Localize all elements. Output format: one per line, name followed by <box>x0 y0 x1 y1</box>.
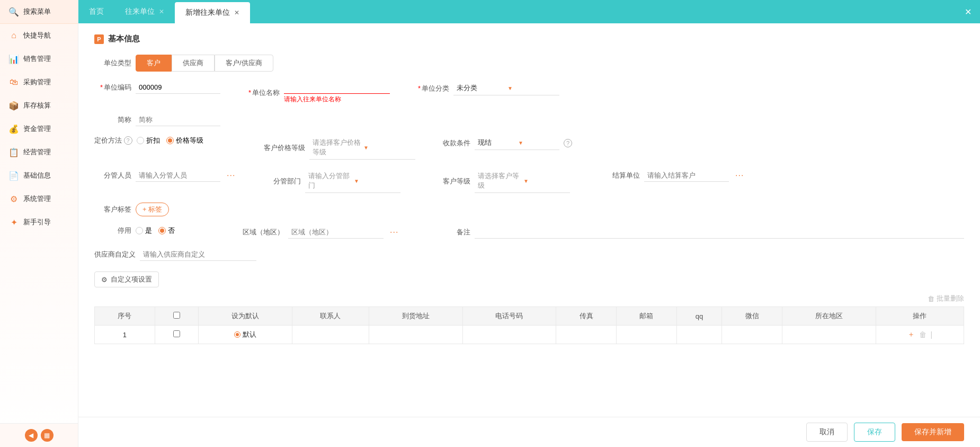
dept-label: 分管部门 <box>264 177 301 186</box>
sidebar-item-sales[interactable]: 📊 销售管理 <box>0 47 78 71</box>
unit-code-name-row: *单位编码 *单位名称 请输入往来单位名称 *单位分类 <box>94 81 964 104</box>
unit-category-field: *单位分类 未分类 ▼ <box>412 81 964 95</box>
save-button[interactable]: 保存 <box>854 423 895 442</box>
unit-name-input[interactable] <box>284 81 390 94</box>
supplier-custom-input[interactable] <box>140 248 256 261</box>
sidebar-item-basic-info[interactable]: 📄 基础信息 <box>0 164 78 187</box>
section-title: P 基本信息 <box>94 34 964 44</box>
manager-more-btn[interactable]: ··· <box>225 171 237 180</box>
pricing-help-icon[interactable]: ? <box>124 136 132 145</box>
customize-btn[interactable]: ⚙ 自定义项设置 <box>94 271 159 287</box>
pricing-method-field: 定价方法 ? 折扣 价格等级 <box>94 136 264 145</box>
basic-info-icon: 📄 <box>8 170 19 181</box>
disabled-row: 停用 是 否 区域（地区） <box>94 226 964 239</box>
customer-price-level-select[interactable]: 请选择客户价格等级 ▼ <box>309 136 415 160</box>
delete-row-btn[interactable]: 🗑 <box>919 330 926 339</box>
pricing-radio-group: 折扣 价格等级 <box>137 136 203 145</box>
customer-level-arrow: ▼ <box>523 178 567 184</box>
pricing-radio-discount[interactable]: 折扣 <box>137 136 160 145</box>
sidebar-item-quick-nav[interactable]: ⌂ 快捷导航 <box>0 24 78 47</box>
type-btn-both[interactable]: 客户/供应商 <box>215 55 273 72</box>
tab-bar: 首页 往来单位 ✕ 新增往来单位 ✕ ✕ <box>78 0 980 23</box>
pricing-radio-level[interactable]: 价格等级 <box>166 136 203 145</box>
type-btn-supplier[interactable]: 供应商 <box>172 55 215 72</box>
type-btn-customer[interactable]: 客户 <box>136 55 172 72</box>
settlement-unit-input[interactable] <box>644 169 729 182</box>
unit-name-wrap: 请输入往来单位名称 <box>284 81 390 104</box>
customer-level-select[interactable]: 请选择客户等级 ▼ <box>475 169 570 193</box>
payment-terms-label: 收款条件 <box>433 138 470 148</box>
tab-new-partner-close[interactable]: ✕ <box>234 9 239 16</box>
sidebar-item-search[interactable]: 🔍 搜索菜单 <box>0 0 78 24</box>
short-name-field: 简称 <box>94 113 243 126</box>
cancel-button[interactable]: 取消 <box>806 423 848 442</box>
tab-partners[interactable]: 往来单位 ✕ <box>114 0 175 23</box>
unit-type-field: 单位类型 客户 供应商 客户/供应商 <box>94 55 273 72</box>
unit-code-label: *单位编码 <box>94 83 131 92</box>
manager-row: 分管人员 ··· 分管部门 请输入分管部门 ▼ 客户等级 请选择客户等级 ▼ <box>94 169 964 193</box>
customer-price-level-label: 客户价格等级 <box>264 143 305 153</box>
sidebar-item-guide[interactable]: ✦ 新手引导 <box>0 211 78 234</box>
cell-action: ＋ 🗑 | <box>876 326 964 344</box>
sidebar-footer-btn[interactable]: ◀ <box>25 429 38 442</box>
remark-input[interactable] <box>475 226 964 239</box>
supplier-custom-label: 供应商自定义 <box>94 250 136 259</box>
region-input[interactable] <box>288 226 384 239</box>
settlement-unit-field: 结算单位 ··· <box>603 169 964 182</box>
cell-fax <box>556 326 617 344</box>
payment-terms-select[interactable]: 现结 ▼ <box>475 136 559 150</box>
manager-input[interactable] <box>136 169 220 182</box>
table-section: ⚙ 自定义项设置 🗑 批量删除 序号 设为默认 联系人 到货地址 电话号码 传真 <box>94 271 964 344</box>
contacts-table: 序号 设为默认 联系人 到货地址 电话号码 传真 邮箱 qq 微信 所在地区 操… <box>94 306 964 344</box>
tag-add-btn[interactable]: + 标签 <box>136 203 169 216</box>
unit-category-label: *单位分类 <box>412 84 449 93</box>
region-label: 区域（地区） <box>243 227 284 237</box>
dept-arrow: ▼ <box>354 178 397 184</box>
finance-icon: 💰 <box>8 124 19 134</box>
disabled-radio-no[interactable]: 否 <box>158 226 175 235</box>
batch-delete-label[interactable]: 批量删除 <box>937 294 964 303</box>
sidebar-item-operations[interactable]: 📋 经营管理 <box>0 141 78 164</box>
short-name-row: 简称 <box>94 113 964 126</box>
pricing-method-label: 定价方法 ? <box>94 136 132 145</box>
col-region: 所在地区 <box>782 307 876 326</box>
col-seq: 序号 <box>95 307 155 326</box>
customer-tag-label: 客户标签 <box>94 205 131 214</box>
sidebar-item-system[interactable]: ⚙ 系统管理 <box>0 187 78 211</box>
save-new-button[interactable]: 保存并新增 <box>902 423 964 441</box>
add-row-btn[interactable]: ＋ <box>907 330 915 339</box>
short-name-input[interactable] <box>136 113 220 126</box>
row-checkbox[interactable] <box>173 330 180 337</box>
disabled-radio-yes[interactable]: 是 <box>136 226 152 235</box>
content-area: P 基本信息 单位类型 客户 供应商 客户/供应商 *单位编码 <box>78 23 980 417</box>
tab-partners-close[interactable]: ✕ <box>159 8 164 15</box>
payment-terms-field: 收款条件 现结 ▼ ? <box>433 136 964 150</box>
unit-name-label: *单位名称 <box>243 88 280 98</box>
select-all-checkbox[interactable] <box>173 312 180 319</box>
disabled-label: 停用 <box>94 226 131 235</box>
unit-code-input[interactable] <box>136 81 220 94</box>
cell-checkbox <box>155 326 198 344</box>
inventory-icon: 📦 <box>8 100 19 111</box>
system-icon: ⚙ <box>8 194 19 204</box>
col-phone: 电话号码 <box>462 307 556 326</box>
default-radio[interactable] <box>234 331 240 338</box>
sidebar-item-inventory[interactable]: 📦 库存核算 <box>0 94 78 117</box>
close-all-tabs-btn[interactable]: ✕ <box>956 7 980 17</box>
payment-terms-help-icon[interactable]: ? <box>564 139 572 147</box>
sidebar-item-purchase[interactable]: 🛍 采购管理 <box>0 71 78 94</box>
cell-contact <box>292 326 369 344</box>
tab-new-partner[interactable]: 新增往来单位 ✕ <box>175 2 250 23</box>
manager-label: 分管人员 <box>94 171 131 180</box>
tab-home[interactable]: 首页 <box>78 0 114 23</box>
region-more-btn[interactable]: ··· <box>388 227 400 237</box>
operations-icon: 📋 <box>8 147 19 157</box>
sidebar-item-finance[interactable]: 💰 资金管理 <box>0 117 78 141</box>
cell-wechat <box>722 326 782 344</box>
col-address: 到货地址 <box>369 307 462 326</box>
settlement-unit-more-btn[interactable]: ··· <box>733 171 746 180</box>
sidebar-footer-menu[interactable]: ▦ <box>41 429 54 442</box>
dept-select[interactable]: 请输入分管部门 ▼ <box>305 169 400 193</box>
unit-category-select[interactable]: 未分类 ▼ <box>453 81 559 95</box>
sidebar: 🔍 搜索菜单 ⌂ 快捷导航 📊 销售管理 🛍 采购管理 📦 库存核算 💰 资金管… <box>0 0 78 447</box>
